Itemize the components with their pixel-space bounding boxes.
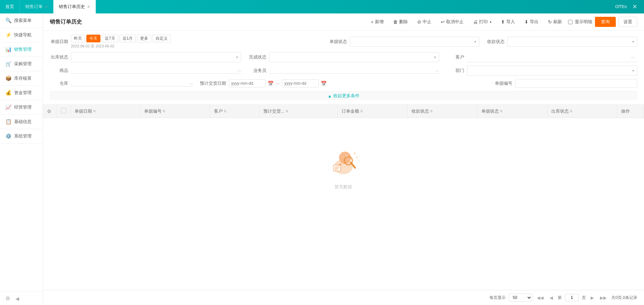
display-detail-input[interactable] [568, 20, 572, 24]
sidebar-settings-icon[interactable]: ⚙ [5, 295, 10, 302]
th-operation: 操作 [617, 105, 644, 118]
next-page-btn[interactable]: ▶ [589, 294, 595, 301]
cancel-suspend-button[interactable]: ↩ 取消中止 [437, 17, 467, 27]
warehouse-dots-icon[interactable]: ··· [189, 81, 194, 86]
salesperson-value [269, 69, 435, 72]
payment-status-label: 收款状态 [486, 39, 505, 45]
tab-home[interactable]: 首页 [0, 0, 20, 13]
salesperson-input-area[interactable]: ··· [269, 68, 439, 74]
sidebar-item-operations[interactable]: 📈 经营管理 [0, 100, 43, 115]
tab-list: 首页 销售订单 ✕ 销售订单历史 ✕ [0, 0, 611, 13]
date-btn-custom[interactable]: 自定义 [153, 35, 171, 42]
delivery-date-to-input[interactable] [282, 79, 319, 87]
sidebar-item-search-menu[interactable]: 🔍 搜索菜单 [0, 13, 43, 28]
date-btn-last1month[interactable]: 近1月 [120, 35, 136, 42]
first-page-icon: ◀◀ [537, 295, 544, 300]
empty-state-cell: ✦ ✦ 暂无数据 [43, 118, 644, 217]
tab-sales-order-history[interactable]: 销售订单历史 ✕ [53, 0, 96, 13]
select-all-checkbox[interactable] [61, 108, 66, 113]
sales-mgmt-icon: 📊 [5, 46, 11, 52]
last-page-btn[interactable]: ▶▶ [599, 294, 608, 301]
th-expected-delivery[interactable]: 预计交货... ⇅ [259, 105, 338, 118]
svg-text:✦: ✦ [355, 155, 359, 160]
operations-icon: 📈 [5, 104, 11, 110]
th-bill-number[interactable]: 单据编号 ⇅ [140, 105, 210, 118]
svg-rect-6 [333, 165, 341, 171]
collapse-toggle[interactable]: ▲ 收起更多条件 [50, 91, 637, 100]
date-btn-yesterday[interactable]: 昨天 [71, 35, 85, 42]
data-table: ⚙ 单据日期 ⇅ 单据编号 [43, 105, 644, 217]
tab-sales-order-history-close[interactable]: ✕ [87, 5, 90, 9]
th-bill-number-sort-icon: ⇅ [163, 109, 165, 113]
th-bill-date[interactable]: 单据日期 ⇅ [70, 105, 140, 118]
complete-status-chevron-icon: ▾ [434, 55, 436, 60]
th-order-amount[interactable]: 订单金额 ⇅ [338, 105, 407, 118]
display-detail-checkbox[interactable]: 显示明细 [568, 19, 592, 25]
date-btn-today[interactable]: 今天 [86, 35, 100, 42]
goods-dots-icon[interactable]: ··· [237, 68, 241, 73]
delivery-date-from-input[interactable] [229, 79, 266, 87]
delete-button[interactable]: 🗑 删除 [390, 17, 411, 27]
per-page-label: 每页显示 [489, 295, 506, 301]
purchase-mgmt-icon: 🛒 [5, 61, 11, 67]
customer-select[interactable]: ··· [467, 52, 637, 62]
per-page-select[interactable]: 10 20 50 100 [509, 294, 532, 302]
system-icon: ⚙️ [5, 133, 11, 139]
quick-nav-icon: ⚡ [5, 32, 11, 38]
sidebar-item-system[interactable]: ⚙️ 系统管理 [0, 129, 43, 144]
sidebar-collapse-icon[interactable]: ◀ [15, 296, 19, 301]
import-button[interactable]: ⬆ 导入 [498, 17, 518, 27]
first-page-btn[interactable]: ◀◀ [535, 294, 545, 301]
bill-status-select[interactable]: ▾ [350, 37, 480, 47]
export-icon: ⬇ [524, 19, 528, 25]
sidebar-item-inventory[interactable]: 📦 库存核算 [0, 71, 43, 86]
th-checkbox [56, 105, 70, 118]
sidebar-item-quick-nav[interactable]: ⚡ 快捷导航 [0, 28, 43, 42]
prev-page-btn[interactable]: ◀ [548, 294, 554, 301]
tab-sales-order-close[interactable]: ✕ [45, 5, 48, 9]
query-button[interactable]: 查询 [595, 17, 616, 27]
warehouse-input-area[interactable]: ··· [71, 81, 193, 86]
page-number-input[interactable] [565, 294, 578, 301]
salesperson-dots-icon[interactable]: ··· [435, 68, 439, 73]
refresh-label: 刷新 [553, 19, 562, 25]
sidebar: 🔍 搜索菜单 ⚡ 快捷导航 📊 销售管理 🛒 采购管理 📦 库存核算 💰 资金管… [0, 13, 43, 305]
customer-dots-icon[interactable]: ··· [631, 54, 635, 60]
tab-sales-order[interactable]: 销售订单 ✕ [20, 0, 53, 13]
date-range-btns: 昨天 今天 近7天 近1月 更多 自定义 [71, 35, 171, 42]
print-icon: 🖨 [473, 19, 478, 25]
page-header: 销售订单历史 + 新增 🗑 删除 ⊘ 中止 ↩ 取消中止 [43, 13, 644, 31]
goods-input-area[interactable]: ··· [71, 68, 241, 74]
print-button[interactable]: 🖨 打印 [470, 17, 495, 27]
refresh-button[interactable]: ↻ 刷新 [545, 17, 565, 27]
out-status-select[interactable]: ▾ [71, 52, 241, 62]
sidebar-item-purchase-mgmt[interactable]: 🛒 采购管理 [0, 57, 43, 71]
table-settings-icon[interactable]: ⚙ [47, 109, 51, 114]
date-btn-more[interactable]: 更多 [137, 35, 151, 42]
th-bill-status[interactable]: 单据状态 ⇅ [477, 105, 547, 118]
export-button[interactable]: ⬇ 导出 [521, 17, 542, 27]
display-detail-label: 显示明细 [575, 19, 592, 25]
th-customer[interactable]: 客户 ⇅ [210, 105, 259, 118]
goods-field: 商品 ··· [50, 68, 241, 74]
complete-status-select[interactable]: ▾ [269, 52, 439, 62]
payment-status-select[interactable]: ▾ [507, 37, 637, 47]
dept-select[interactable]: ▾ [467, 66, 637, 76]
top-close-btn[interactable]: ✕ [630, 3, 640, 10]
sidebar-item-sales-mgmt[interactable]: 📊 销售管理 [0, 42, 43, 57]
th-payment-status[interactable]: 收款状态 ⇅ [407, 105, 477, 118]
sidebar-item-finance[interactable]: 💰 资金管理 [0, 86, 43, 100]
th-bill-number-label: 单据编号 [144, 108, 162, 114]
customer-label: 客户 [446, 54, 464, 60]
new-button[interactable]: + 新增 [368, 17, 387, 27]
settings-button[interactable]: 设置 [618, 17, 637, 27]
th-expected-delivery-sort-icon: ⇅ [286, 109, 288, 113]
date-separator: — [275, 81, 280, 86]
th-operation-label: 操作 [621, 109, 630, 114]
date-btn-last7[interactable]: 近7天 [102, 35, 118, 42]
suspend-button[interactable]: ⊘ 中止 [414, 17, 435, 27]
th-out-status[interactable]: 出库状态 ⇅ [547, 105, 617, 118]
filter-row-1: 单据日期 昨天 今天 近7天 近1月 更多 自定义 2023-06-02 至 2… [50, 35, 637, 49]
sidebar-item-basic-info[interactable]: 📋 基础信息 [0, 115, 43, 129]
bill-number-input[interactable] [515, 79, 637, 88]
